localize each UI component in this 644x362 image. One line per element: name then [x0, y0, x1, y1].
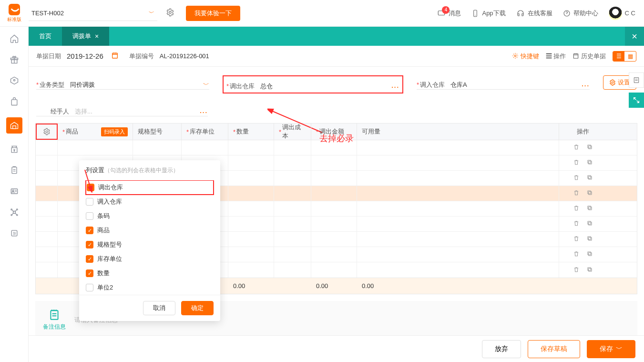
copy-icon[interactable]	[586, 159, 593, 167]
biz-type-field[interactable]: *业务类型 同价调拨 ﹀	[36, 75, 209, 90]
copy-icon[interactable]	[586, 174, 593, 182]
calendar-icon[interactable]	[111, 52, 119, 61]
svg-rect-33	[589, 207, 592, 210]
close-icon[interactable]: ×	[95, 32, 99, 40]
svg-rect-21	[574, 53, 578, 58]
logo[interactable]: 标准版	[0, 4, 29, 23]
checkbox[interactable]	[86, 212, 93, 220]
column-option[interactable]: 库存单位	[86, 252, 214, 266]
svg-rect-36	[588, 221, 591, 224]
save-button[interactable]: 保存﹀	[587, 340, 635, 358]
rail-detail-icon[interactable]	[629, 72, 644, 88]
col-unit[interactable]: *库存单位	[182, 124, 228, 140]
more-icon[interactable]: ···	[200, 109, 208, 116]
table-header: *商品扫码录入 规格型号 *库存单位 *数量 *调出成本 *调出金额 可用量 操…	[35, 123, 637, 140]
checkbox[interactable]	[86, 269, 93, 277]
col-cost[interactable]: *调出成本	[274, 124, 311, 140]
more-icon[interactable]: ···	[582, 82, 590, 89]
gear-icon[interactable]	[166, 8, 174, 18]
col-available[interactable]: 可用量	[357, 124, 559, 140]
col-qty[interactable]: *数量	[228, 124, 274, 140]
delete-icon[interactable]	[573, 220, 580, 228]
sidebar-id-icon[interactable]	[9, 186, 20, 197]
in-warehouse-field[interactable]: *调入仓库 仓库A ···	[417, 75, 590, 90]
column-option[interactable]: 调入仓库	[86, 195, 214, 209]
doc-date[interactable]: 2019-12-26	[67, 52, 105, 60]
checkbox[interactable]	[86, 241, 93, 248]
column-option[interactable]: 规格型号	[86, 238, 214, 252]
org-select[interactable]: TEST-H002 ﹀	[29, 6, 157, 21]
checkbox[interactable]	[86, 227, 93, 234]
checkbox[interactable]	[86, 198, 93, 206]
delete-icon[interactable]	[573, 144, 580, 152]
column-settings-button[interactable]	[36, 124, 58, 140]
delete-icon[interactable]	[573, 189, 580, 197]
sidebar-new-icon[interactable]: 新	[9, 228, 20, 238]
messages-link[interactable]: 4 消息	[437, 9, 461, 18]
delete-icon[interactable]	[573, 235, 580, 243]
copy-icon[interactable]	[586, 235, 593, 243]
column-option[interactable]: 商品	[86, 223, 214, 238]
col-product[interactable]: *商品扫码录入	[58, 124, 133, 140]
view-toggle[interactable]: ☰ ▦	[613, 51, 636, 62]
actions-link[interactable]: ☰ 操作	[546, 52, 566, 61]
delete-icon[interactable]	[573, 159, 580, 167]
delete-icon[interactable]	[573, 205, 580, 213]
checkbox[interactable]	[86, 284, 93, 291]
copy-icon[interactable]	[586, 144, 593, 152]
expand-icon[interactable]	[629, 93, 644, 108]
grid-view-icon[interactable]: ▦	[624, 52, 636, 61]
col-amount[interactable]: *调出金额	[311, 124, 357, 140]
handler-field[interactable]: 经手人 选择... ···	[36, 102, 208, 116]
sidebar-tag-icon[interactable]	[9, 75, 20, 86]
delete-icon[interactable]	[573, 266, 580, 274]
svg-rect-34	[588, 206, 591, 209]
sidebar-clipboard-icon[interactable]	[9, 165, 20, 176]
confirm-button[interactable]: 确定	[181, 301, 214, 315]
app-download-link[interactable]: App下载	[471, 9, 505, 18]
trial-button[interactable]: 我要体验一下	[186, 6, 240, 21]
sidebar-home-icon[interactable]	[9, 33, 20, 44]
svg-rect-32	[588, 191, 591, 194]
delete-icon[interactable]	[573, 174, 580, 182]
svg-rect-43	[51, 310, 58, 319]
sidebar-warehouse-icon[interactable]	[6, 117, 22, 134]
checkbox[interactable]	[86, 255, 93, 263]
tab-transfer-order[interactable]: 调拨单 ×	[62, 27, 109, 46]
delete-icon[interactable]	[573, 250, 580, 259]
column-option[interactable]: 调出仓库	[86, 180, 214, 195]
svg-point-24	[46, 131, 48, 133]
copy-icon[interactable]	[586, 189, 593, 197]
hotkey-link[interactable]: 快捷键	[512, 52, 539, 61]
discard-button[interactable]: 放弃	[482, 340, 521, 358]
note-icon	[48, 309, 61, 321]
help-link[interactable]: 帮助中心	[563, 9, 598, 18]
copy-icon[interactable]	[586, 220, 593, 228]
customer-service-link[interactable]: 在线客服	[516, 9, 552, 18]
more-icon[interactable]: ···	[391, 83, 399, 91]
out-warehouse-field[interactable]: *调出仓库 总仓 ···	[223, 75, 403, 93]
col-spec[interactable]: 规格型号	[133, 124, 182, 140]
copy-icon[interactable]	[586, 250, 593, 259]
history-link[interactable]: 历史单据	[572, 52, 606, 61]
user-menu[interactable]: C C	[609, 7, 635, 20]
sidebar-bag-icon[interactable]	[9, 96, 20, 107]
column-option[interactable]: 数量	[86, 266, 214, 280]
doc-no: AL-20191226-001	[160, 52, 209, 60]
scan-badge[interactable]: 扫码录入	[101, 127, 128, 136]
column-option[interactable]: 单位2	[86, 280, 214, 295]
sidebar-graph-icon[interactable]	[9, 207, 20, 217]
save-draft-button[interactable]: 保存草稿	[528, 340, 580, 358]
cancel-button[interactable]: 取消	[143, 301, 175, 315]
tab-home[interactable]: 首页	[29, 27, 62, 46]
column-option[interactable]: 条码	[86, 209, 214, 223]
table-row[interactable]	[36, 140, 637, 155]
list-view-icon[interactable]: ☰	[613, 52, 624, 61]
copy-icon[interactable]	[586, 266, 593, 274]
sidebar-money-icon[interactable]	[9, 144, 20, 155]
column-settings-popover: 列设置（勾选的列会在表格中显示） 调出仓库调入仓库条码商品规格型号库存单位数量单…	[79, 160, 220, 321]
sidebar-gift-icon[interactable]	[9, 54, 20, 65]
tabs-close-all[interactable]: ×	[625, 27, 644, 46]
copy-icon[interactable]	[586, 205, 593, 213]
checkbox[interactable]	[87, 184, 94, 191]
